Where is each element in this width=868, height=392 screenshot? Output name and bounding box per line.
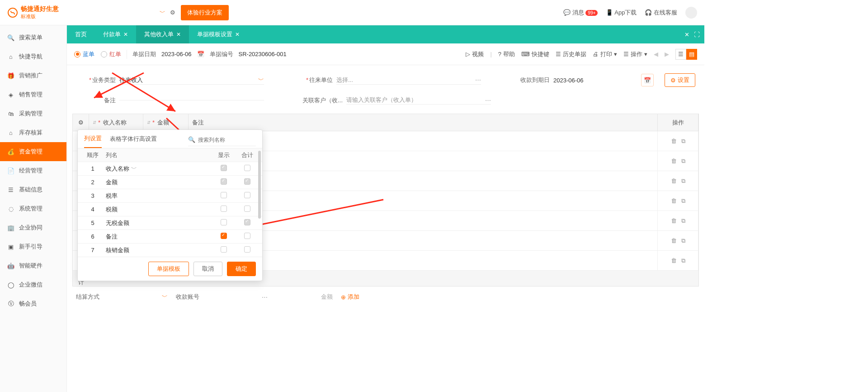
sidebar-item-marketing[interactable]: 🎁营销推广 xyxy=(0,66,66,85)
sidebar-item-system[interactable]: ◌系统管理 xyxy=(0,199,66,218)
copy-icon[interactable]: ⧉ xyxy=(681,257,685,264)
search-icon: 🔍 xyxy=(188,136,195,143)
checkbox[interactable] xyxy=(221,178,227,185)
radio-blue[interactable]: 蓝单 xyxy=(74,50,94,58)
checkbox[interactable] xyxy=(244,192,250,198)
delete-icon[interactable]: 🗑 xyxy=(671,257,677,264)
help-link[interactable]: ? 帮助 xyxy=(498,50,515,58)
copy-icon[interactable]: ⧉ xyxy=(681,217,685,225)
checkbox[interactable] xyxy=(244,206,250,212)
checkbox[interactable] xyxy=(244,165,250,171)
sidebar-item-inventory[interactable]: ⌂库存核算 xyxy=(0,123,66,142)
shortcut-link[interactable]: ⌨ 快捷键 xyxy=(521,50,549,58)
video-link[interactable]: ▷ 视频 xyxy=(466,50,484,58)
cancel-button[interactable]: 取消 xyxy=(193,262,222,276)
grid-settings-icon[interactable]: ⚙ xyxy=(73,114,89,131)
due-date-value[interactable]: 2023-06-06 xyxy=(553,77,584,84)
doc-toolbar: 蓝单 红单 单据日期 2023-06-06 📅 单据编号 SR-20230606… xyxy=(67,43,704,65)
sidebar-item-baseinfo[interactable]: ☰基础信息 xyxy=(0,180,66,199)
sidebar-item-smart[interactable]: 🤖智能硬件 xyxy=(0,256,66,275)
popup-tab-rowheight[interactable]: 表格字体行高设置 xyxy=(110,135,157,148)
more-icon[interactable]: ⋯ xyxy=(475,76,481,83)
sidebar-item-quicknav[interactable]: ⌂快捷导航 xyxy=(0,47,66,66)
checkbox[interactable] xyxy=(221,219,227,225)
sidebar-item-finance[interactable]: 💰资金管理 xyxy=(0,142,66,161)
tab-other-income[interactable]: 其他收入单✕ xyxy=(136,25,189,43)
contact-unit-input[interactable]: 选择...⋯ xyxy=(336,76,481,85)
checkbox[interactable] xyxy=(244,233,250,239)
sidebar-item-purchase[interactable]: 🛍采购管理 xyxy=(0,104,66,123)
copy-icon[interactable]: ⧉ xyxy=(681,197,685,205)
app-download-link[interactable]: 📱 App下载 xyxy=(606,9,637,17)
next-icon[interactable]: ▶ xyxy=(665,51,669,57)
popup-search[interactable]: 🔍 xyxy=(188,136,256,146)
tab-template-settings[interactable]: 单据模板设置✕ xyxy=(189,25,248,43)
message-link[interactable]: 💬 消息 99+ xyxy=(563,9,598,17)
delete-icon[interactable]: 🗑 xyxy=(671,217,677,224)
popup-scrollbar[interactable] xyxy=(258,151,261,219)
col-remark[interactable]: 备注 xyxy=(189,114,658,131)
delete-icon[interactable]: 🗑 xyxy=(671,197,677,204)
related-customer-input[interactable]: 请输入关联客户（收入单）⋯ xyxy=(346,96,491,105)
gear-icon[interactable]: ⚙ xyxy=(170,9,175,16)
close-all-icon[interactable]: ✕ xyxy=(684,31,689,38)
sidebar-item-sales[interactable]: ◈销售管理 xyxy=(0,85,66,104)
view-form-icon[interactable]: ▤ xyxy=(686,49,697,60)
sidebar-item-search[interactable]: 🔍搜索菜单 xyxy=(0,28,66,47)
expand-icon[interactable]: ⛶ xyxy=(694,31,700,38)
more-icon[interactable]: ⋯ xyxy=(485,97,491,104)
checkbox[interactable] xyxy=(221,165,227,171)
history-link[interactable]: ☰ 历史单据 xyxy=(556,50,586,58)
sidebar-item-collab[interactable]: 🏢企业协同 xyxy=(0,218,66,237)
calendar-icon[interactable]: 📅 xyxy=(641,74,654,86)
radio-red[interactable]: 红单 xyxy=(101,50,121,58)
ok-button[interactable]: 确定 xyxy=(227,262,256,276)
col-ops: 操作 xyxy=(658,114,698,131)
delete-icon[interactable]: 🗑 xyxy=(671,158,677,164)
business-type-select[interactable]: 往来收入﹀ xyxy=(119,76,264,85)
checkbox[interactable] xyxy=(244,219,250,225)
checkbox[interactable] xyxy=(221,192,227,198)
tab-home[interactable]: 首页 xyxy=(67,25,95,43)
more-icon[interactable]: ⋯ xyxy=(262,294,268,301)
chevron-down-icon[interactable]: ﹀ xyxy=(162,293,168,301)
close-icon[interactable]: ✕ xyxy=(176,31,181,38)
experience-industry-button[interactable]: 体验行业方案 xyxy=(181,5,229,20)
user-avatar[interactable] xyxy=(685,7,697,19)
checkbox[interactable] xyxy=(221,206,227,212)
delete-icon[interactable]: 🗑 xyxy=(671,177,677,184)
checkbox[interactable] xyxy=(244,246,250,253)
checkbox[interactable] xyxy=(221,246,227,253)
tab-payment[interactable]: 付款单✕ xyxy=(95,25,136,43)
calendar-icon[interactable]: 📅 xyxy=(197,51,204,57)
copy-icon[interactable]: ⧉ xyxy=(681,237,685,244)
popup-tab-columns[interactable]: 列设置 xyxy=(84,134,102,148)
col-amount[interactable]: ⇵*金额 xyxy=(143,114,189,131)
remark-input[interactable] xyxy=(119,100,264,100)
close-icon[interactable]: ✕ xyxy=(123,31,128,38)
bill-date-value[interactable]: 2023-06-06 xyxy=(161,51,192,57)
view-list-icon[interactable]: ☰ xyxy=(675,49,686,60)
sidebar-item-wecom[interactable]: ◯企业微信 xyxy=(0,275,66,294)
print-link[interactable]: 🖨 打印 ▾ xyxy=(593,50,617,58)
col-income-name[interactable]: ⇵*收入名称 xyxy=(89,114,143,131)
operate-link[interactable]: ☰ 操作 ▾ xyxy=(623,50,647,58)
popup-search-input[interactable] xyxy=(198,137,248,143)
add-link[interactable]: ⊕添加 xyxy=(341,293,359,301)
sidebar-item-operation[interactable]: 📄经营管理 xyxy=(0,161,66,180)
online-service-link[interactable]: 🎧 在线客服 xyxy=(645,9,677,17)
copy-icon[interactable]: ⧉ xyxy=(681,138,685,145)
close-icon[interactable]: ✕ xyxy=(235,31,240,38)
copy-icon[interactable]: ⧉ xyxy=(681,158,685,165)
checkbox[interactable] xyxy=(221,233,227,239)
template-button[interactable]: 单据模板 xyxy=(148,262,189,276)
settings-button[interactable]: ⚙ 设置 xyxy=(665,73,695,87)
delete-icon[interactable]: 🗑 xyxy=(671,138,677,144)
org-selector[interactable]: ﹀ ⚙ xyxy=(67,9,175,17)
copy-icon[interactable]: ⧉ xyxy=(681,177,685,185)
checkbox[interactable] xyxy=(244,178,250,185)
sidebar-item-member[interactable]: Ⓥ畅会员 xyxy=(0,294,66,313)
sidebar-item-guide[interactable]: ▣新手引导 xyxy=(0,237,66,256)
prev-icon[interactable]: ◀ xyxy=(654,51,658,57)
delete-icon[interactable]: 🗑 xyxy=(671,237,677,244)
